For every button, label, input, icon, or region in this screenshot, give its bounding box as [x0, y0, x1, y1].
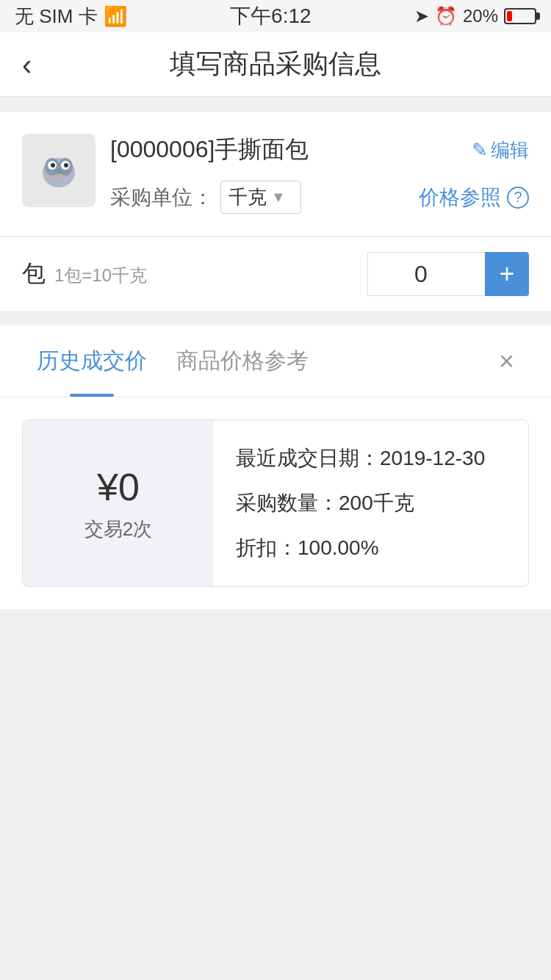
- purchase-qty-label: 采购数量：: [236, 491, 339, 514]
- recent-date-value: 2019-12-30: [380, 447, 485, 469]
- product-top-row: [0000006]手撕面包 ✎ 编辑: [110, 134, 529, 166]
- quantity-conversion: 1包=10千克: [54, 264, 147, 287]
- unit-select-dropdown[interactable]: 千克 ▼: [220, 181, 301, 214]
- purchase-qty-value: 200千克: [339, 491, 414, 514]
- quantity-section: 包 1包=10千克 +: [0, 237, 551, 311]
- quantity-label-group: 包 1包=10千克: [22, 258, 147, 290]
- quantity-plus-button[interactable]: +: [485, 252, 529, 296]
- status-time: 下午6:12: [230, 2, 311, 30]
- discount-value: 100.00%: [298, 536, 379, 559]
- tab-history-price[interactable]: 历史成交价: [22, 325, 162, 397]
- tab-close-button[interactable]: ×: [484, 331, 529, 392]
- battery-fill: [507, 11, 512, 21]
- page-title: 填写商品采购信息: [170, 46, 381, 82]
- status-right: ➤ ⏰ 20%: [414, 6, 536, 26]
- price-card-right: 最近成交日期：2019-12-30 采购数量：200千克 折扣：100.00%: [214, 420, 528, 586]
- price-card: ¥0 交易2次 最近成交日期：2019-12-30 采购数量：200千克 折扣：…: [22, 419, 529, 587]
- unit-label: 采购单位：: [110, 184, 213, 212]
- nav-bar: ‹ 填写商品采购信息: [0, 32, 551, 97]
- price-amount: ¥0: [97, 465, 140, 509]
- product-row: [0000006]手撕面包 ✎ 编辑 采购单位： 千克 ▼: [22, 134, 529, 214]
- wifi-icon: 📶: [104, 5, 127, 28]
- edit-label: 编辑: [491, 137, 529, 163]
- price-ref-label: 价格参照: [419, 184, 501, 212]
- main-content: 无 SIM 卡 📶 下午6:12 ➤ ⏰ 20% ‹ 填写商品采购信息: [0, 0, 551, 948]
- battery-indicator: [504, 8, 536, 24]
- owl-logo-svg: [33, 145, 84, 196]
- product-logo: [33, 145, 84, 196]
- back-button[interactable]: ‹: [22, 50, 32, 79]
- battery-percent: 20%: [463, 6, 498, 26]
- alarm-icon: ⏰: [435, 6, 457, 26]
- edit-icon: ✎: [472, 139, 488, 162]
- quantity-input[interactable]: [367, 252, 485, 296]
- status-left: 无 SIM 卡 📶: [15, 4, 127, 29]
- chevron-down-icon: ▼: [271, 189, 286, 206]
- tabs-section: 历史成交价 商品价格参考 × ¥0 交易2次 最近成交日期：2019-12-30: [0, 325, 551, 609]
- location-icon: ➤: [414, 6, 429, 26]
- discount-row: 折扣：100.00%: [236, 532, 506, 565]
- edit-button[interactable]: ✎ 编辑: [472, 137, 529, 163]
- content-area: ¥0 交易2次 最近成交日期：2019-12-30 采购数量：200千克 折扣：…: [0, 397, 551, 609]
- unit-row: 采购单位： 千克 ▼ 价格参照 ?: [110, 181, 529, 214]
- product-section: [0000006]手撕面包 ✎ 编辑 采购单位： 千克 ▼: [0, 112, 551, 236]
- unit-left: 采购单位： 千克 ▼: [110, 181, 301, 214]
- trade-count: 交易2次: [84, 516, 152, 542]
- price-reference-link[interactable]: 价格参照 ?: [419, 184, 529, 212]
- product-details: [0000006]手撕面包 ✎ 编辑 采购单位： 千克 ▼: [110, 134, 529, 214]
- svg-point-5: [51, 163, 55, 167]
- no-sim-text: 无 SIM 卡: [15, 4, 98, 29]
- recent-date-row: 最近成交日期：2019-12-30: [236, 442, 506, 475]
- quantity-unit: 包: [22, 258, 46, 290]
- svg-point-7: [55, 168, 62, 174]
- quantity-input-group: +: [367, 252, 529, 296]
- status-bar: 无 SIM 卡 📶 下午6:12 ➤ ⏰ 20%: [0, 0, 551, 32]
- recent-date-label: 最近成交日期：: [236, 447, 380, 469]
- svg-point-6: [64, 163, 68, 167]
- tabs-header: 历史成交价 商品价格参考 ×: [0, 325, 551, 397]
- unit-value: 千克: [228, 184, 267, 210]
- product-name: [0000006]手撕面包: [110, 134, 309, 166]
- purchase-qty-row: 采购数量：200千克: [236, 487, 506, 520]
- discount-label: 折扣：: [236, 536, 298, 559]
- price-card-left: ¥0 交易2次: [23, 420, 214, 586]
- currency-symbol: ¥: [97, 466, 118, 508]
- product-image: [22, 134, 96, 207]
- tab-price-reference[interactable]: 商品价格参考: [162, 325, 323, 397]
- price-value: 0: [118, 466, 140, 508]
- info-icon: ?: [507, 187, 529, 209]
